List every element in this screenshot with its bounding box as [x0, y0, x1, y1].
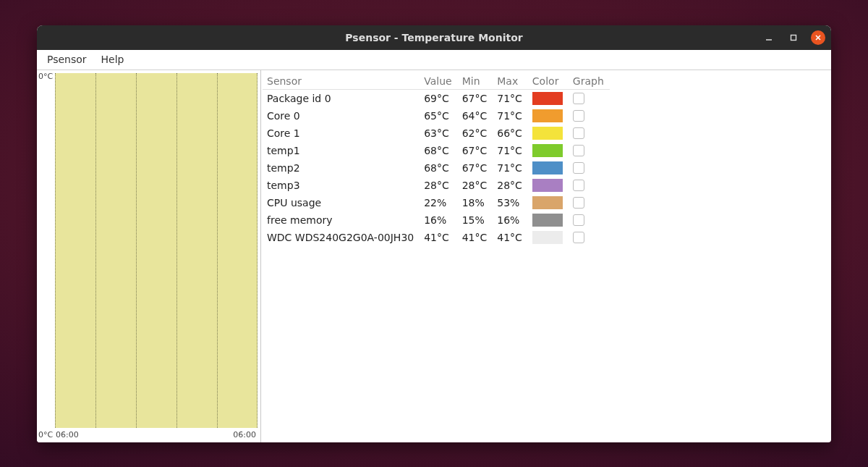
- sensor-name: temp2: [263, 159, 420, 177]
- maximize-button[interactable]: [786, 30, 801, 45]
- sensor-name: temp3: [263, 177, 420, 194]
- col-graph[interactable]: Graph: [569, 73, 610, 90]
- table-row[interactable]: temp328°C28°C28°C: [263, 177, 610, 194]
- sensor-color-cell[interactable]: [528, 125, 569, 142]
- col-sensor[interactable]: Sensor: [263, 73, 420, 90]
- table-row[interactable]: temp168°C67°C71°C: [263, 142, 610, 159]
- sensor-max: 28°C: [493, 177, 528, 194]
- table-row[interactable]: temp268°C67°C71°C: [263, 159, 610, 177]
- color-swatch[interactable]: [532, 179, 563, 192]
- graph-x-start: 06:00: [56, 430, 79, 439]
- color-swatch[interactable]: [532, 196, 563, 209]
- graph-checkbox[interactable]: [573, 127, 584, 139]
- sensor-color-cell[interactable]: [528, 89, 569, 107]
- sensor-graph-cell: [569, 89, 610, 107]
- titlebar[interactable]: Psensor - Temperature Monitor: [37, 25, 831, 50]
- sensor-graph-cell: [569, 194, 610, 211]
- graph-checkbox[interactable]: [573, 110, 584, 122]
- sensor-max: 16%: [493, 211, 528, 229]
- window-controls: [762, 25, 825, 50]
- sensor-min: 67°C: [458, 142, 493, 159]
- minimize-button[interactable]: [762, 30, 776, 45]
- sensor-table: Sensor Value Min Max Color Graph Package…: [263, 73, 610, 246]
- sensor-graph-cell: [569, 211, 610, 229]
- sensor-min: 62°C: [458, 125, 493, 142]
- sensor-max: 71°C: [493, 142, 528, 159]
- sensor-graph-cell: [569, 229, 610, 246]
- sensor-color-cell[interactable]: [528, 142, 569, 159]
- color-swatch[interactable]: [532, 127, 563, 140]
- sensor-graph-cell: [569, 177, 610, 194]
- sensor-color-cell[interactable]: [528, 159, 569, 177]
- sensor-color-cell[interactable]: [528, 211, 569, 229]
- sensor-min: 67°C: [458, 89, 493, 107]
- sensor-color-cell[interactable]: [528, 194, 569, 211]
- sensor-value: 65°C: [420, 107, 457, 125]
- sensor-min: 64°C: [458, 107, 493, 125]
- table-row[interactable]: Package id 069°C67°C71°C: [263, 89, 610, 107]
- color-swatch[interactable]: [532, 92, 563, 105]
- graph-checkbox[interactable]: [573, 197, 584, 209]
- sensor-name: Core 1: [263, 125, 420, 142]
- graph-checkbox[interactable]: [573, 180, 584, 191]
- svg-rect-1: [791, 35, 796, 40]
- sensor-value: 69°C: [420, 89, 457, 107]
- table-row[interactable]: Core 065°C64°C71°C: [263, 107, 610, 125]
- table-header-row: Sensor Value Min Max Color Graph: [263, 73, 610, 90]
- sensor-color-cell[interactable]: [528, 229, 569, 246]
- sensor-min: 41°C: [458, 229, 493, 246]
- sensor-value: 28°C: [420, 177, 457, 194]
- sensor-name: Package id 0: [263, 89, 420, 107]
- color-swatch[interactable]: [532, 144, 563, 157]
- graph-x-end: 06:00: [233, 430, 256, 439]
- graph-pane: 0°C 0°C 06:00 06:00: [37, 70, 261, 442]
- graph-y-bottom: 0°C: [38, 430, 53, 439]
- graph-checkbox[interactable]: [573, 162, 584, 174]
- color-swatch[interactable]: [532, 214, 563, 227]
- sensor-max: 53%: [493, 194, 528, 211]
- color-swatch[interactable]: [532, 161, 563, 174]
- sensor-value: 16%: [420, 211, 457, 229]
- sensor-value: 68°C: [420, 159, 457, 177]
- menu-help[interactable]: Help: [94, 51, 132, 68]
- sensor-color-cell[interactable]: [528, 107, 569, 125]
- color-swatch[interactable]: [532, 109, 563, 122]
- sensor-max: 71°C: [493, 107, 528, 125]
- table-row[interactable]: Core 163°C62°C66°C: [263, 125, 610, 142]
- close-button[interactable]: [811, 30, 825, 45]
- sensor-min: 28°C: [458, 177, 493, 194]
- sensor-min: 15%: [458, 211, 493, 229]
- sensor-name: WDC WDS240G2G0A-00JH30: [263, 229, 420, 246]
- sensor-max: 66°C: [493, 125, 528, 142]
- menu-psensor[interactable]: Psensor: [40, 51, 94, 68]
- sensor-table-pane: Sensor Value Min Max Color Graph Package…: [261, 70, 831, 442]
- graph-checkbox[interactable]: [573, 232, 584, 243]
- table-row[interactable]: CPU usage22%18%53%: [263, 194, 610, 211]
- sensor-value: 68°C: [420, 142, 457, 159]
- sensor-graph-cell: [569, 142, 610, 159]
- sensor-name: Core 0: [263, 107, 420, 125]
- window-title: Psensor - Temperature Monitor: [345, 32, 522, 43]
- sensor-name: temp1: [263, 142, 420, 159]
- col-max[interactable]: Max: [493, 73, 528, 90]
- sensor-graph-cell: [569, 125, 610, 142]
- col-value[interactable]: Value: [420, 73, 457, 90]
- sensor-color-cell[interactable]: [528, 177, 569, 194]
- color-swatch[interactable]: [532, 231, 563, 244]
- table-row[interactable]: WDC WDS240G2G0A-00JH3041°C41°C41°C: [263, 229, 610, 246]
- sensor-max: 41°C: [493, 229, 528, 246]
- graph-checkbox[interactable]: [573, 214, 584, 226]
- graph-checkbox[interactable]: [573, 93, 584, 104]
- sensor-value: 63°C: [420, 125, 457, 142]
- graph-checkbox[interactable]: [573, 145, 584, 156]
- content-area: 0°C 0°C 06:00 06:00 Sensor Value Min Max…: [37, 70, 831, 442]
- graph-plot[interactable]: [55, 73, 258, 428]
- col-color[interactable]: Color: [528, 73, 569, 90]
- sensor-value: 22%: [420, 194, 457, 211]
- sensor-value: 41°C: [420, 229, 457, 246]
- table-row[interactable]: free memory16%15%16%: [263, 211, 610, 229]
- sensor-name: CPU usage: [263, 194, 420, 211]
- sensor-min: 67°C: [458, 159, 493, 177]
- col-min[interactable]: Min: [458, 73, 493, 90]
- menubar: Psensor Help: [37, 50, 831, 70]
